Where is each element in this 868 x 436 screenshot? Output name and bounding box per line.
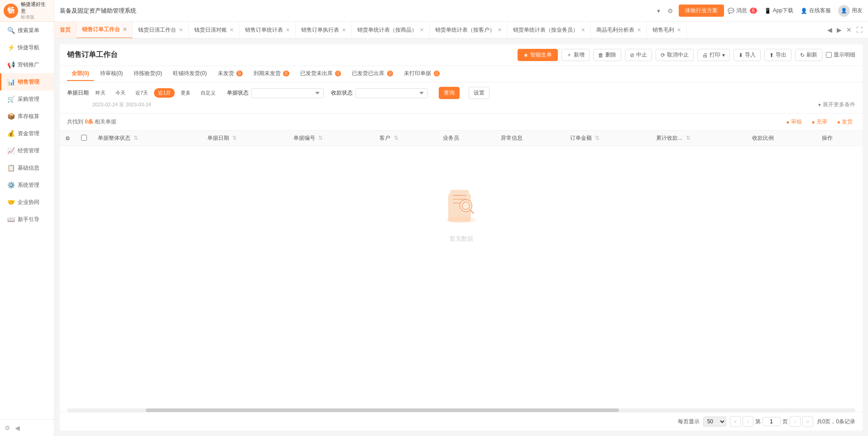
sub-tab-expired[interactable]: 到期未发货 0 (249, 67, 294, 81)
date-btn-more[interactable]: 更多 (177, 88, 195, 98)
sort-customer-icon: ⇅ (394, 135, 398, 141)
tab-sales-product-close[interactable]: ✕ (420, 27, 424, 33)
tab-cash-daily-close[interactable]: ✕ (179, 27, 183, 33)
sub-tab-not-shipped[interactable]: 未发货 0 (213, 67, 247, 81)
sub-tab-wangpu[interactable]: 旺铺待发货(0) (168, 67, 211, 81)
sidebar-item-quick-nav[interactable]: ⚡ 快捷导航 (0, 39, 54, 56)
online-service-button[interactable]: 👤 在线客服 (801, 7, 831, 14)
collect-select[interactable] (355, 88, 428, 98)
dropdown-arrow-icon[interactable]: ▾ (655, 5, 662, 16)
solution-button[interactable]: 体验行业方案 (679, 5, 724, 17)
tab-sales-more-close[interactable]: ✕ (677, 27, 681, 33)
tab-sales-stat-close[interactable]: ✕ (286, 27, 290, 33)
tab-sales-customer[interactable]: 销货单统计表（按客户） ✕ (430, 22, 508, 38)
import-button[interactable]: ⬇ 导入 (734, 49, 761, 61)
tab-scroll-right-icon[interactable]: ▶ (835, 24, 844, 35)
tab-cash-reconcile-close[interactable]: ✕ (230, 27, 234, 33)
review-action-btn[interactable]: ● 审核 (783, 117, 804, 127)
th-customer[interactable]: 客户 ⇅ (374, 131, 437, 146)
sidebar-item-finance[interactable]: 💰 资金管理 (0, 125, 54, 142)
sidebar-item-operation[interactable]: 📈 经营管理 (0, 142, 54, 159)
messages-button[interactable]: 💬 消息 6 (728, 7, 757, 14)
settings-gear-icon[interactable]: ⚙ (5, 424, 10, 431)
smart-create-button[interactable]: ★ 智能生单 (518, 49, 558, 61)
page-last-btn[interactable]: » (802, 416, 813, 427)
sub-tab-pending-review[interactable]: 待审核(0) (96, 67, 128, 81)
page-next-btn[interactable]: › (790, 416, 801, 427)
page-prev-btn[interactable]: ‹ (743, 416, 753, 427)
ship-action-btn[interactable]: ● 发货 (834, 117, 855, 127)
sub-tab-not-printed[interactable]: 未打印单据 0 (399, 67, 444, 81)
add-button[interactable]: ＋ 新增 (561, 49, 590, 61)
sub-tab-pending-check[interactable]: 待拣验货(0) (129, 67, 167, 81)
tab-sales-order[interactable]: 销售订单工作台 ✕ (77, 22, 133, 38)
print-button[interactable]: 🖨 打印 ▾ (697, 49, 730, 61)
tab-home[interactable]: 首页 (54, 22, 77, 38)
date-btn-today[interactable]: 今天 (111, 88, 129, 98)
tab-sales-exec[interactable]: 销售订单执行表 ✕ (296, 22, 352, 38)
date-btn-7days[interactable]: 近7天 (131, 88, 152, 98)
tab-close-all-icon[interactable]: ✕ (844, 24, 854, 35)
stop-button[interactable]: ⊘ 中止 (625, 49, 652, 61)
tab-sales-customer-close[interactable]: ✕ (498, 27, 502, 33)
tab-cash-daily[interactable]: 钱货日清工作台 ✕ (133, 22, 189, 38)
tab-product-profit[interactable]: 商品毛利分析表 ✕ (591, 22, 647, 38)
sidebar-item-guide[interactable]: 📖 新手引导 (0, 211, 54, 228)
page-size-select[interactable]: 20 50 100 (703, 417, 726, 427)
show-detail-label[interactable]: 显示明细 (826, 51, 855, 59)
sidebar-item-system[interactable]: ⚙️ 系统管理 (0, 176, 54, 194)
expand-filter-btn[interactable]: ▾ 展开更多条件 (818, 101, 855, 109)
tab-sales-product[interactable]: 销货单统计表（按商品） ✕ (352, 22, 430, 38)
user-menu[interactable]: 👤 用友 (838, 5, 863, 17)
refresh-button[interactable]: ↻ 刷新 (795, 49, 822, 61)
collapse-sidebar-icon[interactable]: ◀ (15, 424, 20, 431)
sidebar-item-marketing[interactable]: 📢 营销推广 (0, 56, 54, 73)
th-collected[interactable]: 累计收款... ⇅ (651, 131, 747, 146)
void-action-btn[interactable]: ● 充审 (809, 117, 830, 127)
query-button[interactable]: 查询 (439, 87, 460, 99)
date-btn-custom[interactable]: 自定义 (197, 88, 220, 98)
select-all-checkbox[interactable] (81, 135, 87, 141)
filter-settings-button[interactable]: 设置 (469, 87, 489, 99)
app-download-button[interactable]: 📱 App下载 (764, 7, 793, 14)
sidebar-item-purchase[interactable]: 🛒 采购管理 (0, 90, 54, 108)
sub-tab-shipped-not-out[interactable]: 已发货未出库 0 (296, 67, 346, 81)
sub-tab-shipped-out[interactable]: 已发货已出库 0 (347, 67, 398, 81)
sidebar-item-basic[interactable]: 📋 基础信息 (0, 159, 54, 176)
tab-product-profit-close[interactable]: ✕ (637, 27, 641, 33)
sidebar-item-enterprise[interactable]: 🤝 企业协同 (0, 194, 54, 211)
sidebar-item-sales[interactable]: 📊 销售管理 (0, 73, 54, 90)
sidebar-item-search[interactable]: 🔍 搜索菜单 (0, 22, 54, 39)
horizontal-scrollbar[interactable] (67, 408, 855, 412)
tab-sales-staff[interactable]: 销货单统计表（按业务员） ✕ (508, 22, 591, 38)
tab-sales-order-close[interactable]: ✕ (123, 27, 127, 33)
delete-button[interactable]: 🗑 删除 (593, 49, 621, 61)
tab-sales-stat[interactable]: 销售订单统计表 ✕ (240, 22, 296, 38)
tab-sales-staff-close[interactable]: ✕ (581, 27, 585, 33)
status-select[interactable] (251, 88, 324, 98)
page-first-btn[interactable]: « (730, 416, 741, 427)
th-date[interactable]: 单据日期 ⇅ (202, 131, 288, 146)
th-checkbox[interactable] (76, 131, 92, 146)
show-detail-checkbox[interactable] (826, 52, 832, 58)
date-btn-yesterday[interactable]: 昨天 (91, 88, 110, 98)
export-button[interactable]: ⬆ 导出 (764, 49, 791, 61)
scrollbar-thumb[interactable] (146, 408, 619, 412)
th-amount[interactable]: 订单金额 ⇅ (565, 131, 651, 146)
date-btn-1month[interactable]: 近1月 (154, 88, 175, 98)
tab-sales-customer-label: 销货单统计表（按客户） (435, 26, 495, 34)
tab-cash-reconcile[interactable]: 钱货日清对账 ✕ (189, 22, 240, 38)
settings-topbar-icon[interactable]: ⚙ (666, 5, 675, 16)
tab-scroll-left-icon[interactable]: ◀ (825, 24, 834, 35)
sub-tab-all[interactable]: 全部(0) (67, 67, 94, 81)
cancel-stop-button[interactable]: ⟳ 取消中止 (656, 49, 694, 61)
tab-sales-more[interactable]: 销售毛利 ✕ (647, 22, 687, 38)
sidebar-item-inventory[interactable]: 📦 库存核算 (0, 108, 54, 125)
tab-maximize-icon[interactable]: ⛶ (854, 24, 864, 35)
th-settings[interactable]: ⚙ (60, 131, 76, 146)
th-status[interactable]: 单据整体状态 ⇅ (92, 131, 202, 146)
inventory-icon: 📦 (7, 112, 15, 120)
page-number-input[interactable] (762, 417, 781, 426)
tab-sales-exec-close[interactable]: ✕ (342, 27, 346, 33)
th-number[interactable]: 单据编号 ⇅ (288, 131, 374, 146)
